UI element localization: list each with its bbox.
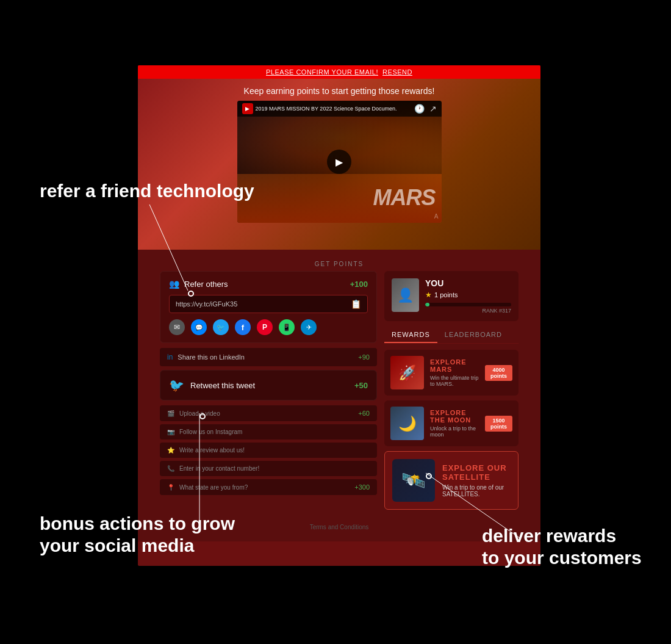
satellite-reward-image: 🛰️ xyxy=(392,459,435,502)
refer-card-header: 👥 Refer others +100 xyxy=(169,279,368,289)
retweet-label: Retweet this tweet xyxy=(190,381,255,390)
progress-fill xyxy=(425,303,429,306)
annotation-dot-3 xyxy=(426,473,432,479)
refer-others-label: Refer others xyxy=(184,280,228,289)
location-icon: 📍 xyxy=(167,484,174,491)
share-facebook-icon[interactable]: f xyxy=(235,319,251,335)
copy-icon[interactable]: 📋 xyxy=(351,299,361,309)
share-messenger-icon[interactable]: 💬 xyxy=(191,319,207,335)
write-review-action[interactable]: ⭐ Write a review about us! xyxy=(160,443,377,458)
retweet-card[interactable]: 🐦 Retweet this tweet +50 xyxy=(160,370,377,400)
reward-card-mars[interactable]: 🚀 EXPLORE MARS Win the ultimate trip to … xyxy=(384,350,518,396)
moon-reward-info: EXPLORE THE MOON Unlock a trip to the mo… xyxy=(430,409,479,438)
main-content: 👥 Refer others +100 https://vy.tc/iGFuK3… xyxy=(150,271,528,515)
get-points-section: GET POINTS 👥 Refer others +100 xyxy=(138,250,540,541)
video-controls: 🕐 ↗ xyxy=(414,104,437,114)
hero-text: Keep earning points to start getting tho… xyxy=(244,79,435,101)
yt-icon: ▶ xyxy=(242,103,253,114)
user-avatar: 👤 xyxy=(392,278,419,312)
email-bar-text: PLEASE CONFIRM YOUR EMAIL! xyxy=(266,68,378,76)
annotation-bonus-actions: bonus actions to grow your social media xyxy=(40,513,235,557)
mars-text: MARS xyxy=(373,185,436,211)
mars-reward-points: 4000points xyxy=(485,365,512,381)
reward-card-moon[interactable]: 🌙 EXPLORE THE MOON Unlock a trip to the … xyxy=(384,400,518,446)
twitter-icon: 🐦 xyxy=(169,378,184,393)
linkedin-action[interactable]: in Share this on LinkedIn +90 xyxy=(160,348,377,366)
browser-window: PLEASE CONFIRM YOUR EMAIL! RESEND Keep e… xyxy=(138,65,540,566)
mars-reward-info: EXPLORE MARS Win the ultimate trip to MA… xyxy=(430,358,479,387)
video-watermark: A xyxy=(434,213,439,220)
refer-card-title: 👥 Refer others xyxy=(169,279,228,289)
share-icons-row: ✉ 💬 🐦 f P 📱 ✈ xyxy=(169,319,368,335)
linkedin-action-left: in Share this on LinkedIn xyxy=(167,353,245,361)
tabs-row: REWARDS LEADERBOARD xyxy=(384,327,518,344)
review-icon: ⭐ xyxy=(167,447,174,454)
user-points-text: 1 points xyxy=(434,291,458,298)
mars-reward-title: EXPLORE MARS xyxy=(430,358,479,373)
refer-others-card: 👥 Refer others +100 https://vy.tc/iGFuK3… xyxy=(160,271,377,343)
hero-section: Keep earning points to start getting tho… xyxy=(138,79,540,250)
rank-text: RANK #317 xyxy=(425,308,511,314)
contact-number-action[interactable]: 📞 Enter in your contact number! xyxy=(160,461,377,476)
video-play-button[interactable]: ▶ xyxy=(327,150,351,174)
upload-video-action[interactable]: 🎬 Upload a video +60 xyxy=(160,405,377,421)
progress-bar xyxy=(425,303,511,306)
video-title: 2019 MARS MISSION BY 2022 Science Space … xyxy=(256,106,397,112)
annotation-dot-1 xyxy=(188,291,194,297)
user-name: YOU xyxy=(425,278,511,288)
retweet-left: 🐦 Retweet this tweet xyxy=(169,378,255,393)
retweet-points: +50 xyxy=(354,381,368,390)
user-info: YOU ★ 1 points RANK #317 xyxy=(425,278,511,314)
share-whatsapp-icon[interactable]: 📱 xyxy=(279,319,295,335)
annotation-dot-2 xyxy=(199,413,206,419)
referral-url-text: https://vy.tc/iGFuK35 xyxy=(176,300,351,308)
state-action[interactable]: 📍 What state are you from? +300 xyxy=(160,479,377,495)
resend-link[interactable]: RESEND xyxy=(382,68,412,76)
moon-reward-image: 🌙 xyxy=(390,407,424,440)
state-label: What state are you from? xyxy=(179,484,248,491)
refer-icon: 👥 xyxy=(169,279,179,289)
star-icon: ★ xyxy=(425,291,432,299)
share-pinterest-icon[interactable]: P xyxy=(257,319,273,335)
moon-reward-desc: Unlock a trip to the moon xyxy=(430,425,479,438)
email-confirmation-bar: PLEASE CONFIRM YOUR EMAIL! RESEND xyxy=(138,65,540,79)
tab-leaderboard[interactable]: LEADERBOARD xyxy=(437,327,509,343)
refer-points-badge: +100 xyxy=(350,280,368,289)
upload-video-points: +60 xyxy=(358,410,370,417)
write-review-label: Write a review about us! xyxy=(179,447,245,454)
annotation-deliver-rewards: deliver rewards to your customers xyxy=(482,525,642,569)
satellite-reward-info: EXPLORE OUR SATELLITE Win a trip to one … xyxy=(442,463,511,497)
follow-instagram-action[interactable]: 📷 Follow us on Instagram xyxy=(160,424,377,440)
instagram-icon: 📷 xyxy=(167,429,174,435)
video-bar: ▶ 2019 MARS MISSION BY 2022 Science Spac… xyxy=(237,101,442,117)
user-points-row: ★ 1 points xyxy=(425,291,511,299)
user-card: 👤 YOU ★ 1 points RANK #317 xyxy=(384,271,518,321)
mars-reward-image: 🚀 xyxy=(390,356,424,389)
mars-reward-desc: Win the ultimate trip to MARS. xyxy=(430,375,479,387)
video-thumbnail[interactable]: ▶ 2019 MARS MISSION BY 2022 Science Spac… xyxy=(237,101,442,223)
right-panel: 👤 YOU ★ 1 points RANK #317 xyxy=(384,271,518,515)
moon-reward-points: 1500points xyxy=(485,416,512,432)
state-points: +300 xyxy=(354,483,370,491)
share-email-icon[interactable]: ✉ xyxy=(169,319,185,335)
share-telegram-icon[interactable]: ✈ xyxy=(301,319,317,335)
satellite-reward-desc: Win a trip to one of our SATELLITES. xyxy=(442,484,511,497)
linkedin-points: +90 xyxy=(358,353,370,361)
annotation-refer-friend: refer a friend technology xyxy=(40,180,254,202)
phone-icon: 📞 xyxy=(167,465,174,472)
satellite-reward-title: EXPLORE OUR SATELLITE xyxy=(442,463,511,482)
play-icon: ▶ xyxy=(336,156,343,168)
contact-number-label: Enter in your contact number! xyxy=(179,465,259,472)
upload-icon: 🎬 xyxy=(167,410,174,417)
actions-panel: 👥 Refer others +100 https://vy.tc/iGFuK3… xyxy=(160,271,377,515)
get-points-label: GET POINTS xyxy=(150,256,528,271)
moon-reward-title: EXPLORE THE MOON xyxy=(430,409,479,424)
follow-instagram-label: Follow us on Instagram xyxy=(179,429,242,435)
tab-rewards[interactable]: REWARDS xyxy=(384,327,437,343)
referral-url-box[interactable]: https://vy.tc/iGFuK35 📋 xyxy=(169,295,368,313)
linkedin-icon: in xyxy=(167,353,173,361)
share-twitter-icon[interactable]: 🐦 xyxy=(213,319,229,335)
reward-card-satellite[interactable]: 🛰️ EXPLORE OUR SATELLITE Win a trip to o… xyxy=(384,451,518,510)
linkedin-label: Share this on LinkedIn xyxy=(178,353,244,361)
